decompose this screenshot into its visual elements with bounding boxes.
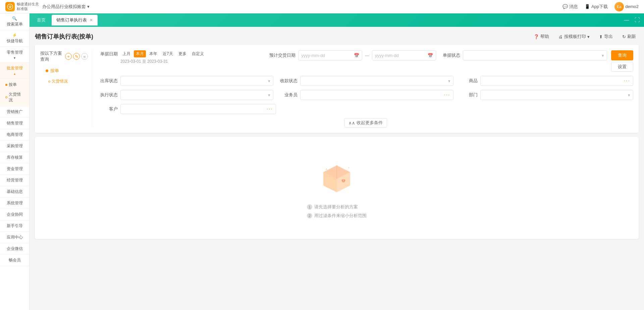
message-icon: 💬 (562, 4, 568, 9)
app-download-button[interactable]: 📱 App下载 (585, 4, 608, 10)
page-title: 销售订单执行表(按单) (35, 33, 93, 41)
sidebar-item-search[interactable]: 🔍 搜索菜单 (0, 13, 29, 30)
sidebar-item-appstore[interactable]: 应用中心 (0, 232, 29, 243)
sidebar-item-corp[interactable]: 企业协同 (0, 209, 29, 220)
quicknav-icon: ⚡ (12, 33, 17, 38)
user-avatar: Ea (614, 2, 624, 11)
sidebar-item-inventory[interactable]: 库存核算 (0, 152, 29, 163)
company-selector[interactable]: 办公用品行业模拟账套 ▾ (42, 4, 90, 10)
scheme-subitem-overdue[interactable]: 欠货情况 (40, 76, 88, 86)
empty-tip-1: 1 请先选择要分析的方案 (307, 204, 367, 210)
goods-more-icon[interactable]: ··· (624, 78, 630, 84)
sidebar-item-wxwork[interactable]: 企业微信 (0, 243, 29, 255)
collapse-more-button[interactable]: ∧∧ 收起更多条件 (344, 118, 387, 127)
bill-status-select[interactable]: ▾ (463, 50, 607, 60)
wholesale-label: 批发管理 (7, 65, 23, 71)
scheme-edit-button[interactable]: ✎ (73, 53, 80, 60)
tab-minimize-icon[interactable]: — (623, 16, 631, 24)
sidebar-item-system[interactable]: 系统管理 (0, 198, 29, 209)
salesperson-label: 业务员 (277, 92, 298, 98)
chevron-down-icon: ▾ (587, 34, 590, 39)
bill-date-range-display: 2023-03-01 至 2023-03-31 (120, 59, 265, 64)
scheme-item-order[interactable]: 按单 (40, 65, 88, 76)
date-tab-more[interactable]: 更多 (176, 50, 189, 57)
sidebar-item-operation[interactable]: 经营管理 (0, 175, 29, 186)
salesperson-input[interactable]: ··· (300, 90, 453, 100)
filter-panel: 按以下方案查询 + ✎ « 按单 (35, 45, 639, 133)
sidebar-quicknav-label: 快捷导航 (7, 38, 23, 44)
department-group: 部门 ▾ (458, 90, 633, 100)
sidebar-item-ecommerce[interactable]: 电商管理 (0, 129, 29, 141)
template-print-button[interactable]: 🖨 按模板打印 ▾ (556, 32, 592, 41)
sidebar-item-quicknav[interactable]: ⚡ 快捷导航 (0, 30, 29, 47)
sidebar: 🔍 搜索菜单 ⚡ 快捷导航 零售管理 ▾ 批发管理 ▴ 按单 欠货情况 营销推 (0, 13, 30, 310)
sidebar-item-retail[interactable]: 零售管理 ▾ (0, 47, 29, 63)
app-logo-icon (5, 2, 15, 11)
help-button[interactable]: ❓ 帮助 (531, 32, 552, 41)
sidebar-item-wholesale[interactable]: 批发管理 ▴ (0, 63, 29, 79)
scheme-add-button[interactable]: + (65, 53, 72, 60)
settings-button[interactable]: 设置 (611, 62, 633, 72)
customer-input[interactable]: ··· (120, 104, 276, 114)
scheme-panel-header: 按以下方案查询 + ✎ « (40, 50, 88, 65)
scheme-title: 按以下方案查询 (40, 50, 65, 62)
query-button[interactable]: 查询 (611, 50, 633, 60)
sidebar-search-label: 搜索菜单 (7, 21, 23, 27)
exec-status-select[interactable]: ▾ (120, 90, 273, 100)
expected-date-label: 预计交货日期 (269, 52, 296, 58)
department-select[interactable]: ▾ (480, 90, 633, 100)
customer-group: 客户 ··· (98, 104, 276, 114)
sidebar-item-member[interactable]: 畅会员 (0, 255, 29, 266)
empty-state: ✦ ✦ ✦ 1 请先选择要分析的方案 2 用过滤条件来缩小分析范围 (35, 137, 639, 239)
expected-date-start-input[interactable]: yyyy-mm-dd 📅 (298, 50, 362, 60)
help-label: 帮助 (540, 34, 549, 40)
chevron-down-icon: ▾ (448, 79, 450, 84)
scheme-subitem-overdue-label: 欠货情况 (52, 79, 68, 84)
tab-expand-icon[interactable]: ⛶ (633, 16, 641, 24)
sidebar-subitem-overdue[interactable]: 欠货情况 (0, 90, 29, 105)
print-icon: 🖨 (558, 34, 563, 39)
message-button[interactable]: 💬 消息 (562, 4, 578, 10)
date-tab-custom[interactable]: 自定义 (190, 50, 206, 57)
expected-date-group: 预计交货日期 yyyy-mm-dd 📅 — yyyy-mm-dd 📅 (269, 50, 436, 60)
sidebar-item-sales[interactable]: 销售管理 (0, 118, 29, 129)
search-icon: 🔍 (12, 16, 17, 21)
svg-point-9 (344, 180, 345, 181)
date-tab-last-7days[interactable]: 近7天 (161, 50, 175, 57)
date-tab-this-year[interactable]: 本年 (147, 50, 159, 57)
tab-bar-right: — ⛶ (623, 16, 644, 24)
header-right: 💬 消息 📱 App下载 Ea demo2 (562, 2, 639, 11)
payment-status-select[interactable]: ▾ (300, 76, 453, 86)
filter-row-4: 客户 ··· (98, 104, 633, 114)
scheme-collapse-button[interactable]: « (81, 53, 88, 60)
sidebar-item-newbie[interactable]: 新手引导 (0, 220, 29, 232)
delivery-status-select[interactable]: ▾ (120, 76, 273, 86)
company-name: 办公用品行业模拟账套 (42, 4, 86, 10)
sidebar-item-marketing[interactable]: 营销推广 (0, 106, 29, 118)
expected-date-start-placeholder: yyyy-mm-dd (301, 53, 325, 58)
goods-input[interactable]: ··· (480, 76, 633, 86)
customer-more-icon[interactable]: ··· (266, 106, 273, 112)
top-header: 畅捷通好生意 标准版 办公用品行业模拟账套 ▾ 💬 消息 📱 App下载 Ea … (0, 0, 644, 13)
tab-sales-exec-table[interactable]: 销售订单执行表 ✕ (52, 15, 98, 25)
tab-home[interactable]: 首页 (32, 15, 50, 25)
date-tab-this-month[interactable]: 本月 (134, 50, 146, 57)
user-area[interactable]: Ea demo2 (614, 2, 639, 11)
refresh-button[interactable]: ↻ 刷新 (620, 32, 639, 41)
export-button[interactable]: ⬆ 导出 (596, 32, 615, 41)
logo-area: 畅捷通好生意 标准版 (5, 2, 39, 11)
salesperson-more-icon[interactable]: ··· (444, 92, 450, 98)
svg-point-1 (9, 7, 11, 8)
sidebar-subitem-order[interactable]: 按单 (0, 80, 29, 90)
tip-num-1: 1 (307, 204, 312, 210)
payment-status-group: 收款状态 ▾ (277, 76, 453, 86)
filter-row-3: 执行状态 ▾ 业务员 ··· (98, 90, 633, 100)
delivery-status-label: 出库状态 (98, 78, 118, 84)
expected-date-end-input[interactable]: yyyy-mm-dd 📅 (372, 50, 436, 60)
sidebar-item-purchase[interactable]: 采购管理 (0, 141, 29, 152)
sidebar-item-basic[interactable]: 基础信息 (0, 186, 29, 198)
tab-close-icon[interactable]: ✕ (90, 18, 93, 22)
date-tab-last-month[interactable]: 上月 (120, 50, 132, 57)
chevron-down-icon: ▾ (268, 79, 270, 84)
sidebar-item-finance[interactable]: 资金管理 (0, 163, 29, 175)
